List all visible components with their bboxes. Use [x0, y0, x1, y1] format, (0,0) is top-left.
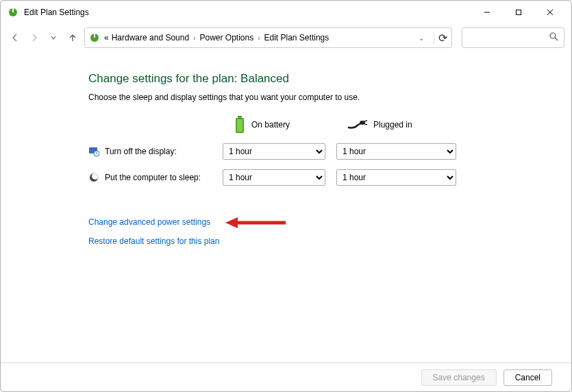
svg-rect-1 [12, 8, 14, 12]
refresh-button[interactable]: ⟳ [434, 32, 447, 45]
cancel-button[interactable]: Cancel [503, 369, 552, 386]
page-heading: Change settings for the plan: Balanced [88, 72, 571, 86]
breadcrumb-item[interactable]: Hardware and Sound [112, 33, 189, 42]
close-button[interactable] [534, 2, 566, 23]
settings-grid: On battery Plugged in Turn off the displ… [88, 116, 571, 186]
svg-rect-10 [238, 116, 242, 118]
breadcrumb-prefix: « [104, 33, 109, 42]
navigation-toolbar: « Hardware and Sound › Power Options › E… [1, 24, 571, 51]
column-header-plugged: Plugged in [336, 119, 456, 130]
action-links: Change advanced power settings Restore d… [88, 217, 571, 256]
column-label: Plugged in [373, 120, 412, 130]
chevron-right-icon: › [256, 34, 261, 42]
chevron-right-icon: › [192, 34, 197, 42]
maximize-button[interactable] [503, 2, 534, 23]
svg-point-8 [550, 33, 556, 38]
row-label-text: Put the computer to sleep: [105, 173, 201, 182]
column-header-battery: On battery [223, 116, 325, 134]
row-label-display: Turn off the display: [88, 146, 212, 157]
restore-defaults-link[interactable]: Restore default settings for this plan [88, 236, 219, 246]
up-button[interactable] [65, 30, 80, 45]
content-area: Change settings for the plan: Balanced C… [1, 57, 571, 363]
page-subtext: Choose the sleep and display settings th… [88, 93, 571, 102]
chevron-down-icon[interactable]: ⌄ [416, 34, 427, 42]
row-label-sleep: Put the computer to sleep: [88, 172, 212, 183]
column-label: On battery [251, 120, 290, 130]
breadcrumb-item[interactable]: Edit Plan Settings [264, 33, 329, 42]
change-advanced-link[interactable]: Change advanced power settings [88, 217, 210, 227]
ac-plug-icon [347, 119, 368, 130]
monitor-clock-icon [88, 146, 99, 157]
svg-line-15 [364, 124, 367, 125]
display-battery-select[interactable]: 1 hour [223, 143, 325, 160]
battery-icon [234, 116, 246, 134]
save-changes-button[interactable]: Save changes [421, 369, 497, 386]
row-label-text: Turn off the display: [105, 147, 177, 156]
footer: Save changes Cancel [1, 363, 571, 391]
breadcrumb-item[interactable]: Power Options [199, 33, 253, 42]
titlebar: Edit Plan Settings [1, 1, 571, 24]
power-options-icon [89, 32, 100, 43]
address-bar[interactable]: « Hardware and Sound › Power Options › E… [84, 27, 452, 48]
edit-plan-settings-window: Edit Plan Settings [0, 0, 572, 392]
svg-line-14 [364, 121, 367, 121]
search-icon [549, 32, 558, 43]
display-plugged-select[interactable]: 1 hour [336, 143, 456, 160]
search-input[interactable] [462, 27, 564, 48]
sleep-plugged-select[interactable]: 1 hour [336, 169, 456, 186]
svg-point-13 [360, 121, 365, 125]
back-button[interactable] [8, 30, 23, 45]
moon-icon [88, 172, 99, 183]
sleep-battery-select[interactable]: 1 hour [223, 169, 325, 186]
recent-locations-button[interactable] [46, 30, 61, 45]
minimize-button[interactable] [471, 2, 503, 23]
svg-rect-12 [237, 119, 243, 132]
svg-line-9 [555, 38, 558, 40]
power-options-icon [8, 7, 18, 18]
forward-button[interactable] [27, 30, 42, 45]
svg-rect-7 [94, 34, 95, 38]
svg-rect-3 [517, 10, 521, 15]
window-title: Edit Plan Settings [24, 8, 89, 17]
